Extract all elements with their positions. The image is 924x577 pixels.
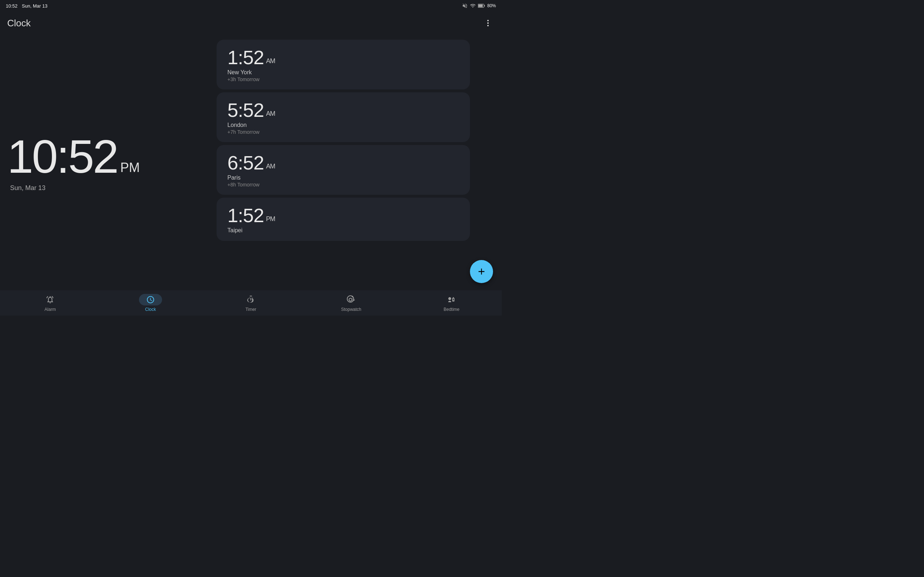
svg-point-3 <box>487 20 489 21</box>
nav-item-alarm[interactable]: Alarm <box>0 290 100 316</box>
nav-item-stopwatch[interactable]: Stopwatch <box>301 290 401 316</box>
nav-timer-label: Timer <box>246 307 256 312</box>
clock-city-0: New York <box>228 69 459 76</box>
nav-item-timer[interactable]: Timer <box>201 290 301 316</box>
clock-time-2: 6:52 AM <box>228 153 459 172</box>
alarm-icon <box>46 295 55 304</box>
clock-time-digits-1: 5:52 <box>228 100 264 120</box>
clock-time-0: 1:52 AM <box>228 48 459 67</box>
clock-ampm-2: AM <box>266 163 275 169</box>
nav-item-clock[interactable]: Clock <box>100 290 201 316</box>
clock-icon <box>146 295 155 304</box>
clock-ampm-1: AM <box>266 110 275 117</box>
clock-city-1: London <box>228 122 459 128</box>
clock-ampm-3: PM <box>266 216 275 222</box>
local-time-ampm: PM <box>120 161 140 174</box>
local-time-digits: 10:52 <box>7 133 117 180</box>
nav-clock-icon-bg <box>139 294 162 305</box>
svg-point-5 <box>487 25 489 26</box>
bottom-nav: Alarm Clock Timer Stopwatch Bedtime <box>0 290 502 316</box>
nav-bedtime-icon-bg <box>440 294 463 305</box>
clock-city-2: Paris <box>228 174 459 181</box>
local-clock-area: 10:52 PM Sun, Mar 13 <box>0 35 216 290</box>
bedtime-icon <box>447 295 456 304</box>
svg-rect-1 <box>484 5 485 7</box>
nav-clock-label: Clock <box>145 307 156 312</box>
clock-time-digits-3: 1:52 <box>228 206 264 225</box>
svg-rect-2 <box>478 5 483 7</box>
nav-timer-icon-bg <box>239 294 262 305</box>
status-bar: 10:52 Sun, Mar 13 80% <box>0 0 502 11</box>
local-time: 10:52 PM <box>7 133 140 180</box>
clock-offset-1: +7h Tomorrow <box>228 129 459 135</box>
clock-city-3: Taipei <box>228 227 459 234</box>
svg-point-4 <box>487 23 489 24</box>
status-bar-left: 10:52 Sun, Mar 13 <box>6 3 47 9</box>
clock-offset-0: +3h Tomorrow <box>228 76 459 82</box>
status-time: 10:52 <box>6 3 18 9</box>
clock-time-1: 5:52 AM <box>228 100 459 120</box>
local-date: Sun, Mar 13 <box>10 184 45 192</box>
nav-item-bedtime[interactable]: Bedtime <box>401 290 502 316</box>
clock-time-digits-0: 1:52 <box>228 48 264 67</box>
status-bar-right: 80% <box>462 3 496 9</box>
clock-time-digits-2: 6:52 <box>228 153 264 172</box>
nav-alarm-label: Alarm <box>44 307 56 312</box>
nav-alarm-icon-bg <box>39 294 62 305</box>
clock-time-3: 1:52 PM <box>228 206 459 225</box>
clock-card-0: 1:52 AM New York +3h Tomorrow <box>216 40 470 89</box>
status-date: Sun, Mar 13 <box>22 3 48 9</box>
clock-card-2: 6:52 AM Paris +8h Tomorrow <box>216 145 470 195</box>
clock-card-3: 1:52 PM Taipei <box>216 198 470 241</box>
world-clocks-list: 1:52 AM New York +3h Tomorrow 5:52 AM Lo… <box>216 40 473 287</box>
add-city-button[interactable] <box>470 260 493 283</box>
nav-stopwatch-label: Stopwatch <box>341 307 361 312</box>
clock-ampm-0: AM <box>266 58 275 64</box>
battery-level: 80% <box>487 3 496 8</box>
clock-offset-2: +8h Tomorrow <box>228 182 459 187</box>
timer-icon <box>247 295 255 304</box>
clock-card-1: 5:52 AM London +7h Tomorrow <box>216 92 470 142</box>
nav-stopwatch-icon-bg <box>340 294 363 305</box>
app-title: Clock <box>7 18 481 29</box>
battery-icon <box>478 3 485 8</box>
nav-bedtime-label: Bedtime <box>444 307 459 312</box>
mute-icon <box>462 3 468 9</box>
stopwatch-icon <box>347 295 355 304</box>
app-bar: Clock <box>0 11 502 35</box>
wifi-icon <box>470 3 476 9</box>
more-options-button[interactable] <box>481 16 494 29</box>
